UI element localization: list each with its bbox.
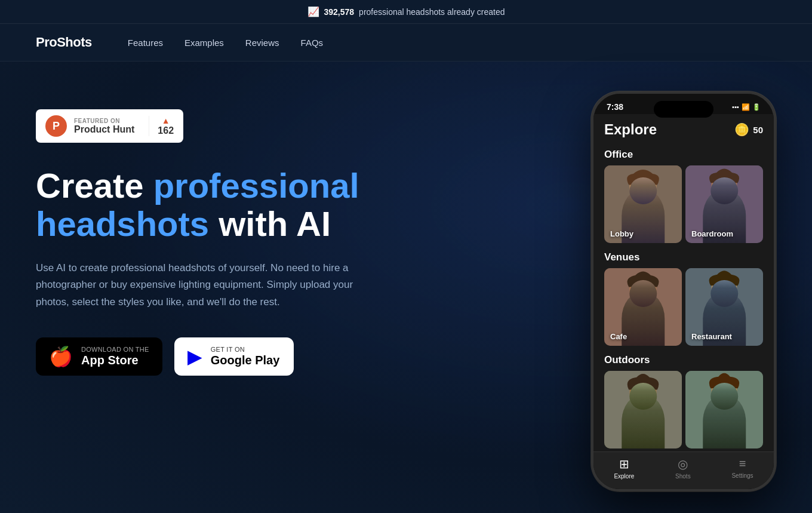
restaurant-label: Restaurant <box>691 332 732 341</box>
hero-description: Use AI to create professional headshots … <box>36 260 382 312</box>
office-section-label: Office <box>593 143 774 165</box>
logo[interactable]: ProShots <box>36 35 92 50</box>
battery-icon: 🔋 <box>752 103 761 111</box>
product-hunt-text: FEATURED ON Product Hunt <box>74 118 134 135</box>
bottom-nav: ⊞ Explore ◎ Shots ≡ Settings <box>593 451 774 489</box>
outdoor-2-svg <box>685 371 763 449</box>
boardroom-card[interactable]: Boardroom <box>685 165 763 243</box>
googleplay-button[interactable]: ▶ GET IT ON Google Play <box>174 337 294 376</box>
nav-examples[interactable]: Examples <box>184 38 224 48</box>
settings-label: Settings <box>731 472 753 479</box>
phone-frame: 7:38 ▪▪▪ 📶 🔋 Explore 🪙 50 <box>591 91 776 492</box>
dynamic-island <box>654 101 713 118</box>
appstore-button[interactable]: 🍎 Download on the App Store <box>36 337 162 376</box>
venues-grid: Cafe Restaurant <box>593 268 774 346</box>
nav-features[interactable]: Features <box>128 38 163 48</box>
product-hunt-badge[interactable]: P FEATURED ON Product Hunt ▲ 162 <box>36 109 183 143</box>
stat-number: 392,578 <box>324 7 355 17</box>
svg-rect-11 <box>685 371 763 449</box>
googleplay-text: GET IT ON Google Play <box>211 346 280 367</box>
phone-wrapper: 7:38 ▪▪▪ 📶 🔋 Explore 🪙 50 <box>591 91 776 492</box>
nav-tab-settings[interactable]: ≡ Settings <box>731 457 753 480</box>
nav-tab-shots[interactable]: ◎ Shots <box>675 457 691 480</box>
outdoor-1-svg <box>604 371 682 449</box>
ph-name-label: Product Hunt <box>74 124 134 135</box>
hero-title-create: Create <box>36 166 153 205</box>
shots-icon: ◎ <box>678 457 688 471</box>
outdoor-image-1 <box>604 371 682 449</box>
svg-rect-9 <box>604 371 682 449</box>
download-buttons: 🍎 Download on the App Store ▶ GET IT ON … <box>36 337 442 376</box>
coin-icon: 🪙 <box>734 122 749 137</box>
nav-faqs[interactable]: FAQs <box>301 38 324 48</box>
ph-featured-on-label: FEATURED ON <box>74 118 134 124</box>
navigation: ProShots Features Examples Reviews FAQs <box>0 24 812 62</box>
phone-screen[interactable]: Explore 🪙 50 Office <box>593 114 774 480</box>
outdoor-image-2 <box>685 371 763 449</box>
outdoor-card-2[interactable] <box>685 371 763 449</box>
appstore-big-label: App Store <box>81 353 149 367</box>
coin-badge: 🪙 50 <box>734 122 763 137</box>
appstore-text: Download on the App Store <box>81 346 149 367</box>
status-time: 7:38 <box>607 102 623 112</box>
googleplay-small-label: GET IT ON <box>211 346 280 353</box>
coin-count: 50 <box>753 125 763 135</box>
appstore-small-label: Download on the <box>81 346 149 353</box>
hero-title-headshots: headshots <box>36 204 209 243</box>
ph-count: 162 <box>158 125 174 136</box>
nav-tab-explore[interactable]: ⊞ Explore <box>614 457 634 480</box>
ph-votes: ▲ 162 <box>149 116 174 136</box>
stat-text: professional headshots already created <box>359 7 505 17</box>
nav-reviews[interactable]: Reviews <box>245 38 279 48</box>
apple-icon: 🍎 <box>49 347 73 366</box>
signal-icon: ▪▪▪ <box>732 103 739 110</box>
ph-arrow-icon: ▲ <box>162 116 170 125</box>
app-title: Explore <box>604 121 657 138</box>
wifi-icon: 📶 <box>742 103 750 111</box>
cafe-label: Cafe <box>610 332 627 341</box>
top-banner: 📈 392,578 professional headshots already… <box>0 0 812 24</box>
hero-title-with-ai: with AI <box>209 204 331 243</box>
restaurant-card[interactable]: Restaurant <box>685 268 763 346</box>
settings-icon: ≡ <box>739 457 746 471</box>
outdoors-grid <box>593 371 774 449</box>
app-header: Explore 🪙 50 <box>593 114 774 143</box>
hero-title-professional: professional <box>153 166 359 205</box>
product-hunt-logo: P <box>45 115 67 137</box>
nav-links: Features Examples Reviews FAQs <box>128 38 323 48</box>
venues-section-label: Venues <box>593 245 774 268</box>
outdoors-section-label: Outdoors <box>593 348 774 371</box>
explore-icon: ⊞ <box>619 457 629 471</box>
trend-icon: 📈 <box>307 6 319 17</box>
shots-label: Shots <box>675 473 691 480</box>
google-play-icon: ▶ <box>187 347 202 366</box>
cafe-card[interactable]: Cafe <box>604 268 682 346</box>
office-grid: Lobby Boardroom <box>593 165 774 243</box>
status-icons: ▪▪▪ 📶 🔋 <box>732 103 761 111</box>
lobby-card[interactable]: Lobby <box>604 165 682 243</box>
googleplay-big-label: Google Play <box>211 353 280 367</box>
boardroom-label: Boardroom <box>691 229 733 238</box>
explore-label: Explore <box>614 473 634 480</box>
main-wrapper: P FEATURED ON Product Hunt ▲ 162 Create … <box>0 62 812 513</box>
lobby-label: Lobby <box>610 229 633 238</box>
outdoor-card-1[interactable] <box>604 371 682 449</box>
hero-section: P FEATURED ON Product Hunt ▲ 162 Create … <box>36 91 442 376</box>
hero-title: Create professional headshots with AI <box>36 167 442 243</box>
